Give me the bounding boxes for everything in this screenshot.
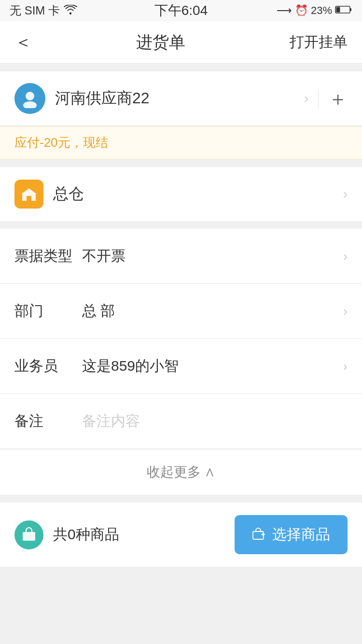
section-divider-2 [0,159,362,167]
collapse-row[interactable]: 收起更多 ∧ [0,449,362,495]
battery-icon [335,4,352,17]
supplier-chevron-icon: › [304,91,308,106]
notice-text: 应付-20元，现结 [14,135,108,150]
remark-label: 备注 [14,411,82,431]
remark-row[interactable]: 备注 备注内容 [0,394,362,449]
warehouse-chevron-icon: › [343,186,348,202]
svg-rect-1 [350,8,351,11]
warehouse-section: 总仓 › [0,167,362,221]
location-icon: ⟶ [277,4,292,17]
svg-rect-7 [27,196,31,201]
dept-value: 总 部 [82,301,343,321]
goods-icon [14,520,43,549]
page-background [0,567,362,644]
bottom-section: 共0种商品 选择商品 [0,503,362,567]
salesperson-label: 业务员 [14,356,82,376]
invoice-type-row[interactable]: 票据类型 不开票 › [0,229,362,284]
svg-point-4 [23,101,37,108]
open-pending-button[interactable]: 打开挂单 [290,32,348,52]
supplier-row[interactable]: 河南供应商22 › ＋ [0,71,362,126]
svg-marker-6 [21,188,37,194]
svg-rect-8 [23,532,35,541]
supplier-section: 河南供应商22 › ＋ 应付-20元，现结 [0,71,362,159]
warehouse-icon [14,180,43,209]
page-title: 进货单 [136,31,185,54]
svg-rect-2 [336,7,340,13]
back-button[interactable]: ＜ [14,30,32,54]
notice-banner: 应付-20元，现结 [0,126,362,159]
dept-chevron-icon: › [343,304,348,319]
invoice-chevron-icon: › [343,249,348,264]
warehouse-row[interactable]: 总仓 › [0,167,362,221]
dept-row[interactable]: 部门 总 部 › [0,284,362,339]
status-left: 无 SIM 卡 [10,3,77,18]
battery-text: 23% [311,4,332,17]
form-section: 票据类型 不开票 › 部门 总 部 › 业务员 这是859的小智 › 备注 备注… [0,229,362,495]
status-bar: 无 SIM 卡 下午6:04 ⟶ ⏰ 23% [0,0,362,21]
section-divider-3 [0,221,362,229]
remark-input[interactable]: 备注内容 [82,411,348,431]
status-right: ⟶ ⏰ 23% [277,4,352,17]
select-goods-button[interactable]: 选择商品 [235,515,348,554]
svg-point-3 [26,92,34,100]
goods-count: 共0种商品 [53,525,225,545]
salesperson-chevron-icon: › [343,359,348,374]
section-divider-1 [0,64,362,71]
wifi-icon [64,4,77,17]
select-goods-label: 选择商品 [272,525,330,545]
status-time: 下午6:04 [154,1,208,20]
divider-vertical [318,89,319,108]
nav-bar: ＜ 进货单 打开挂单 [0,21,362,64]
add-supplier-icon[interactable]: ＋ [328,85,348,112]
collapse-label: 收起更多 ∧ [147,463,216,481]
supplier-avatar [14,83,45,114]
carrier-text: 无 SIM 卡 [10,3,60,18]
svg-rect-9 [253,532,264,539]
salesperson-value: 这是859的小智 [82,356,343,376]
invoice-label: 票据类型 [14,246,82,266]
alarm-icon: ⏰ [295,4,308,17]
supplier-name: 河南供应商22 [55,88,304,109]
salesperson-row[interactable]: 业务员 这是859的小智 › [0,339,362,394]
select-goods-icon [252,528,266,542]
supplier-actions: › ＋ [304,85,348,112]
invoice-value: 不开票 [82,246,343,266]
dept-label: 部门 [14,301,82,321]
warehouse-name: 总仓 [53,183,343,205]
